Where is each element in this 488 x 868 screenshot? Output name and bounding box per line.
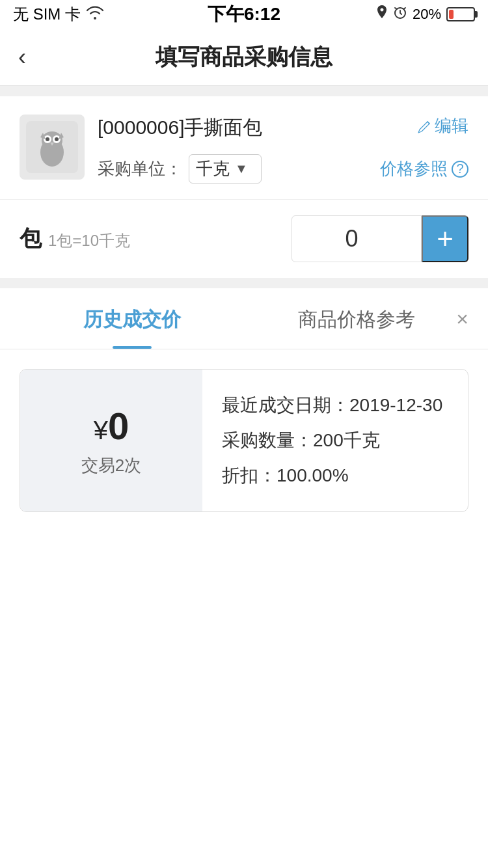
history-price: ¥0	[94, 404, 129, 448]
status-bar: 无 SIM 卡 下午6:12 20%	[0, 0, 488, 29]
history-content: ¥0 交易2次 最近成交日期：2019-12-30 采购数量：200千克 折扣：…	[0, 349, 488, 532]
price-ref-help-icon: ?	[452, 161, 468, 178]
quantity-unit: 包	[20, 224, 42, 254]
tab-price-ref-label: 商品价格参考	[298, 308, 415, 330]
product-info: [0000006]手撕面包 编辑 采购单位： 千克 ▼ 价格参照 ?	[98, 115, 468, 183]
page-title: 填写商品采购信息	[156, 42, 332, 72]
price-ref-label: 价格参照	[380, 157, 448, 180]
history-trade-count: 交易2次	[81, 454, 141, 477]
unit-dropdown-arrow: ▼	[235, 161, 248, 176]
nav-bar: ‹ 填写商品采购信息	[0, 29, 488, 86]
back-button[interactable]: ‹	[18, 44, 26, 71]
tab-close-button[interactable]: ×	[456, 306, 468, 331]
history-purchase-qty: 采购数量：200千克	[222, 428, 448, 453]
quantity-label: 包 1包=10千克	[20, 224, 130, 254]
product-header: [0000006]手撕面包 编辑	[98, 115, 468, 141]
discount-label: 折扣：	[222, 465, 277, 485]
sim-status: 无 SIM 卡	[13, 4, 81, 25]
svg-point-6	[46, 137, 49, 141]
history-detail-panel: 最近成交日期：2019-12-30 采购数量：200千克 折扣：100.00%	[202, 370, 468, 511]
product-name: [0000006]手撕面包	[98, 115, 262, 141]
price-ref-button[interactable]: 价格参照 ?	[380, 157, 468, 180]
edit-button[interactable]: 编辑	[418, 115, 468, 137]
tab-history-label: 历史成交价	[83, 308, 181, 330]
recent-date-value: 2019-12-30	[349, 395, 442, 415]
unit-select[interactable]: 千克 ▼	[189, 154, 262, 183]
unit-value: 千克	[196, 157, 230, 180]
location-icon	[376, 5, 388, 23]
history-card: ¥0 交易2次 最近成交日期：2019-12-30 采购数量：200千克 折扣：…	[20, 369, 468, 512]
history-discount: 折扣：100.00%	[222, 463, 448, 488]
status-time: 下午6:12	[208, 2, 280, 27]
battery-icon	[446, 7, 475, 21]
wifi-icon	[86, 5, 104, 23]
price-symbol: ¥	[94, 416, 108, 444]
discount-value: 100.00%	[277, 465, 349, 485]
history-recent-date: 最近成交日期：2019-12-30	[222, 393, 448, 418]
purchase-qty-label: 采购数量：	[222, 430, 313, 450]
bottom-area	[0, 532, 488, 868]
alarm-icon	[393, 5, 407, 23]
product-card: [0000006]手撕面包 编辑 采购单位： 千克 ▼ 价格参照 ?	[0, 96, 488, 199]
product-unit-row: 采购单位： 千克 ▼ 价格参照 ?	[98, 154, 468, 183]
quantity-plus-button[interactable]: +	[422, 215, 468, 262]
purchase-qty-value: 200千克	[313, 430, 380, 450]
history-price-panel: ¥0 交易2次	[20, 370, 202, 511]
status-left: 无 SIM 卡	[13, 4, 104, 25]
tab-bar: 历史成交价 商品价格参考 ×	[0, 288, 488, 349]
recent-date-label: 最近成交日期：	[222, 395, 349, 415]
quantity-row: 包 1包=10千克 +	[0, 199, 488, 278]
tab-history[interactable]: 历史成交价	[20, 288, 244, 349]
svg-point-7	[55, 137, 59, 141]
status-right: 20%	[376, 5, 475, 23]
quantity-sub-label: 1包=10千克	[48, 230, 130, 251]
unit-label: 采购单位：	[98, 157, 182, 180]
battery-percent: 20%	[413, 6, 441, 23]
price-value: 0	[108, 405, 129, 447]
product-thumbnail	[20, 115, 85, 180]
quantity-input[interactable]	[291, 215, 422, 262]
edit-label: 编辑	[435, 115, 468, 137]
quantity-control: +	[291, 215, 468, 262]
tab-price-ref[interactable]: 商品价格参考	[244, 288, 468, 349]
